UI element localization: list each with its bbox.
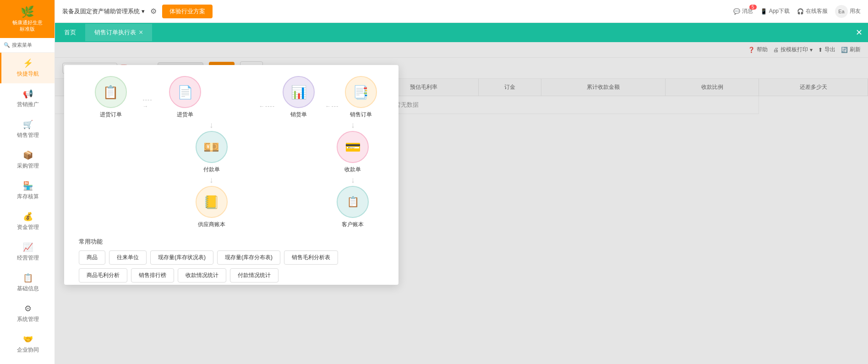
sidebar-icon-quick-nav: ⚡ (23, 58, 33, 68)
sidebar-item-enterprise[interactable]: 🤝企业协同 (0, 329, 55, 359)
tabs-bar: 首页 销售订单执行表 × ✕ (55, 23, 868, 42)
customer-icon: 📋 (337, 186, 369, 218)
arrow-right-1: - - - - → (142, 97, 157, 109)
sidebar-item-quick-nav[interactable]: ⚡快捷导航 (0, 53, 55, 83)
sale-bill-label: 销货单 (290, 111, 307, 119)
receipt-label: 收款单 (344, 166, 361, 174)
payment-icon: 💴 (196, 131, 228, 163)
message-item[interactable]: 💬 消息 5 (733, 7, 753, 15)
sidebar-label-operations: 经营管理 (17, 254, 39, 262)
search-icon: 🔍 (4, 42, 10, 48)
flow-node-sale-bill[interactable]: 📊 销货单 (274, 76, 323, 119)
main-area: 装备及固定资产辅助管理系统 ▾ ⚙ 体验行业方案 💬 消息 5 📱 App下载 … (55, 0, 868, 364)
func-btn-0[interactable]: 商品 (79, 250, 105, 265)
tab-home[interactable]: 首页 (55, 24, 85, 41)
sale-order-label: 销售订单 (350, 111, 372, 119)
supplier-icon: 📒 (196, 186, 228, 218)
sidebar-icon-basic-info: 📋 (23, 273, 33, 283)
down-arrow-receipt: ↓ (322, 175, 384, 185)
down-arrow-payment: ↓ (176, 175, 246, 185)
tab-close-icon[interactable]: × (139, 28, 143, 37)
flow-node-sale-order[interactable]: 📑 销售订单 (338, 76, 384, 119)
close-window-icon[interactable]: ✕ (850, 23, 868, 42)
func-btn-2[interactable]: 现存量(库存状况表) (150, 250, 213, 265)
flow-node-customer[interactable]: 📋 客户账本 (322, 186, 384, 228)
sidebar-icon-sales: 🛒 (23, 120, 33, 130)
sidebar-label-inventory: 库存核算 (17, 193, 39, 201)
sidebar-item-marketing[interactable]: 📢营销推广 (0, 83, 55, 114)
purchase-order-icon: 📋 (95, 76, 127, 108)
customer-label: 客户账本 (342, 221, 364, 228)
sidebar-item-basic-info[interactable]: 📋基础信息 (0, 267, 55, 298)
phone-icon: 📱 (760, 8, 767, 15)
sidebar-label-enterprise: 企业协同 (17, 346, 39, 354)
logo-icon: 🌿 (4, 5, 51, 18)
sidebar-label-finance: 资金管理 (17, 223, 39, 231)
purchase-bill-label: 进货单 (177, 111, 193, 119)
flow-node-payment[interactable]: 💴 付款单 (176, 131, 246, 174)
sidebar-item-inventory[interactable]: 🏪库存核算 (0, 175, 55, 206)
logo-text: 畅康通好生意 标准版 (12, 20, 43, 32)
modal-overlay: 📋 进货订单 - - - - → 📄 进货单 (55, 42, 868, 364)
message-badge: 5 (749, 5, 757, 10)
sidebar-label-sales: 销售管理 (17, 131, 39, 139)
topbar-right: 💬 消息 5 📱 App下载 🎧 在线客服 Ea 用友 (733, 5, 861, 18)
tab-sales-order[interactable]: 销售订单执行表 × (85, 24, 152, 41)
sidebar-icon-enterprise: 🤝 (23, 334, 33, 344)
flow-node-purchase-bill[interactable]: 📄 进货单 (157, 76, 213, 119)
flow-node-receipt[interactable]: 💳 收款单 (322, 131, 384, 174)
sidebar-label-basic-info: 基础信息 (17, 285, 39, 293)
func-btn-1[interactable]: 往来单位 (109, 250, 147, 265)
sidebar-label-quick-nav: 快捷导航 (17, 70, 39, 78)
user-item[interactable]: Ea 用友 (835, 5, 861, 18)
flow-node-purchase-order[interactable]: 📋 进货订单 (79, 76, 142, 119)
sidebar-icon-finance: 💰 (23, 212, 33, 222)
sidebar-search[interactable]: 🔍 搜索菜单 (0, 38, 55, 53)
sidebar-item-newbie[interactable]: 🔰新手引导 (0, 359, 55, 364)
sidebar-logo[interactable]: 🌿 畅康通好生意 标准版 (0, 0, 55, 38)
sidebar-item-finance[interactable]: 💰资金管理 (0, 206, 55, 237)
search-label: 搜索菜单 (12, 42, 32, 49)
system-title-dropdown[interactable]: 装备及固定资产辅助管理系统 ▾ (62, 7, 145, 16)
system-title: 装备及固定资产辅助管理系统 (62, 7, 140, 16)
dropdown-icon: ▾ (142, 8, 145, 15)
func-btn-4[interactable]: 销售毛利分析表 (284, 250, 338, 265)
sidebar-icon-system: ⚙ (24, 304, 32, 314)
func-btn-7[interactable]: 收款情况统计 (178, 268, 226, 283)
payment-label: 付款单 (203, 166, 220, 174)
func-btn-8[interactable]: 付款情况统计 (230, 268, 278, 283)
app-download-item[interactable]: 📱 App下载 (760, 7, 790, 15)
arrow-left-2: ← - - - (323, 103, 338, 109)
func-btn-5[interactable]: 商品毛利分析 (79, 268, 127, 283)
flow-diagram: 📋 进货订单 - - - - → 📄 进货单 (79, 76, 384, 228)
supplier-label: 供应商账本 (198, 221, 225, 228)
sidebar-item-system[interactable]: ⚙系统管理 (0, 298, 55, 329)
down-arrow-purchase: ↓ (176, 120, 246, 130)
flow-modal: 📋 进货订单 - - - - → 📄 进货单 (64, 65, 399, 285)
functions-grid: 商品往来单位现存量(库存状况表)现存量(库存分布表)销售毛利分析表商品毛利分析销… (79, 250, 384, 283)
flow-node-supplier[interactable]: 📒 供应商账本 (176, 186, 246, 228)
sidebar-item-sales[interactable]: 🛒销售管理 (0, 114, 55, 145)
experience-btn[interactable]: 体验行业方案 (162, 5, 213, 18)
purchase-bill-icon: 📄 (169, 76, 201, 108)
online-service-item[interactable]: 🎧 在线客服 (797, 7, 828, 15)
sidebar-item-operations[interactable]: 📈经营管理 (0, 237, 55, 267)
func-btn-3[interactable]: 现存量(库存分布表) (217, 250, 280, 265)
func-btn-6[interactable]: 销售排行榜 (131, 268, 174, 283)
sidebar-item-purchase[interactable]: 📦采购管理 (0, 145, 55, 175)
user-name: 用友 (850, 7, 861, 15)
avatar: Ea (835, 5, 848, 18)
sidebar-icon-operations: 📈 (23, 242, 33, 252)
sidebar-label-system: 系统管理 (17, 315, 39, 323)
topbar: 装备及固定资产辅助管理系统 ▾ ⚙ 体验行业方案 💬 消息 5 📱 App下载 … (55, 0, 868, 23)
sale-order-icon: 📑 (345, 76, 377, 108)
common-functions-section: 常用功能 商品往来单位现存量(库存状况表)现存量(库存分布表)销售毛利分析表商品… (79, 238, 384, 283)
tab-label: 销售订单执行表 (94, 28, 136, 37)
sale-bill-icon: 📊 (283, 76, 315, 108)
content-area: ❓ 帮助 🖨 按模板打印 ▾ ⬆ 导出 🔄 刷新 (55, 42, 868, 364)
online-service-label: 在线客服 (806, 7, 828, 15)
settings-icon[interactable]: ⚙ (150, 7, 157, 16)
service-icon: 🎧 (797, 8, 804, 15)
sidebar-icon-purchase: 📦 (23, 150, 33, 160)
sidebar-label-marketing: 营销推广 (17, 101, 39, 109)
